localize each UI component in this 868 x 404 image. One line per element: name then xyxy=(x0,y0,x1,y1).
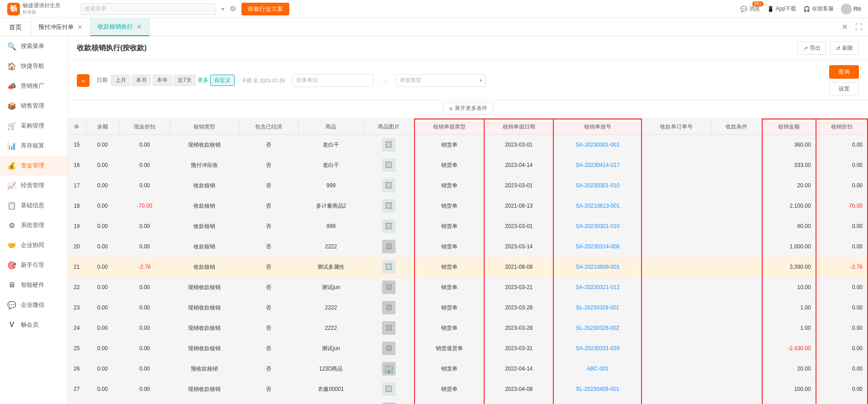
sidebar-item-member[interactable]: V 畅会员 xyxy=(0,315,67,335)
last-7-days-btn[interactable]: 近7天 xyxy=(174,75,196,86)
custom-date-btn[interactable]: 自定义 xyxy=(210,75,235,86)
sidebar-item-operation[interactable]: 📈 经营管理 xyxy=(0,176,67,195)
row-id: 23 xyxy=(68,298,86,318)
row-bill-no[interactable]: SA-20230414-017 xyxy=(553,155,642,176)
row-product: 2222 xyxy=(298,298,363,318)
home-icon: 🏠 xyxy=(7,62,16,71)
message-button[interactable]: 💬 消息 99+ xyxy=(741,5,760,13)
col-bill-date: 核销单据日期 xyxy=(484,119,554,135)
online-service-button[interactable]: 🎧 在线客服 xyxy=(803,5,834,13)
row-bill-no[interactable]: SL-20230328-002 xyxy=(553,318,642,338)
close-tab-button[interactable]: ✕ xyxy=(839,22,850,33)
table-row: 18 0.00 -70.00 收款核销 否 多计量商品2 🖼 销货单 2021-… xyxy=(68,196,868,216)
bill-type-select[interactable]: 单据类型 ▾ xyxy=(396,74,486,87)
settings-icon[interactable]: ⚙ xyxy=(230,5,236,13)
row-bill-no[interactable]: SA-20210808-001 xyxy=(553,257,642,277)
user-area[interactable]: Rit xyxy=(841,4,861,14)
member-icon: V xyxy=(7,320,16,329)
filter-date-group: 日期 上月 本月 本年 近7天 更多 自定义 xyxy=(97,75,235,86)
headset-icon: 🎧 xyxy=(803,6,810,12)
refresh-button[interactable]: ↺ 刷新 xyxy=(830,42,859,55)
sidebar-item-system[interactable]: ⚙ 系统管理 xyxy=(0,215,67,235)
sidebar-item-hardware[interactable]: 🖥 智能硬件 xyxy=(0,275,67,295)
row-verify-amount: 10.00 xyxy=(762,277,816,298)
row-receipt-order-no xyxy=(642,318,711,338)
table-row: 20 0.00 0.00 收款核销 否 2222 🖼 销货单 2023-03-1… xyxy=(68,237,868,257)
row-receipt-order-no xyxy=(642,196,711,216)
search-bar-top: 搜索菜单 xyxy=(80,3,216,15)
col-cash-discount: 现金折扣 xyxy=(119,119,170,135)
maximize-button[interactable]: ⛶ xyxy=(854,22,864,33)
more-date-btn[interactable]: 更多 xyxy=(198,76,208,84)
export-button[interactable]: ↗ 导出 xyxy=(797,42,826,55)
row-bill-no[interactable]: SA-20230301-010 xyxy=(553,216,642,237)
sidebar-item-finance[interactable]: 💰 资金管理 xyxy=(0,156,67,176)
expand-more-button[interactable]: ∨ 展开更多条件 xyxy=(443,102,493,114)
sidebar-item-sales[interactable]: 📦 销售管理 xyxy=(0,96,67,116)
row-bill-no[interactable]: SA-20230314-008 xyxy=(553,237,642,257)
row-receipt-condition xyxy=(711,318,762,338)
partner-filter[interactable]: 往来单位 xyxy=(292,74,373,87)
row-includes-settled: 否 xyxy=(239,196,298,216)
row-bill-type: 销货单 xyxy=(415,399,484,404)
sidebar-item-guide[interactable]: 🎯 新手引导 xyxy=(0,255,67,275)
row-bill-type: 销货单 xyxy=(415,216,484,237)
row-bill-date: 2023-04-14 xyxy=(484,155,554,176)
filter-expand-button[interactable]: » xyxy=(77,74,90,87)
row-balance: 0.00 xyxy=(86,135,119,155)
col-balance: 余额 xyxy=(86,119,119,135)
sidebar-item-enterprise[interactable]: 🤝 企业协同 xyxy=(0,235,67,255)
sidebar-item-wechat[interactable]: 💬 企业微信 xyxy=(0,295,67,315)
row-bill-no[interactable]: SA-20230321-012 xyxy=(553,277,642,298)
row-bill-no[interactable]: SA-20210813-001 xyxy=(553,196,642,216)
row-bill-no[interactable]: SA-20230331-026 xyxy=(553,338,642,359)
app-download-button[interactable]: 📱 App下载 xyxy=(767,5,796,13)
header-actions: ↗ 导出 ↺ 刷新 xyxy=(797,42,859,55)
sidebar-item-search[interactable]: 🔍 搜索菜单 xyxy=(0,36,67,56)
tab-close-prepay[interactable]: ✕ xyxy=(77,18,83,36)
row-bill-no[interactable]: SA-20230301-001 xyxy=(553,135,642,155)
sales-icon: 📦 xyxy=(7,101,16,110)
filter-dots: ... xyxy=(381,77,388,84)
row-cash-discount: 0.00 xyxy=(119,216,170,237)
row-includes-settled: 否 xyxy=(239,298,298,318)
row-id: 18 xyxy=(68,196,86,216)
row-bill-no[interactable]: SL-20230418-001 xyxy=(553,399,642,404)
row-bill-no[interactable]: SL-20230328-001 xyxy=(553,298,642,318)
product-image: 🖼 xyxy=(382,301,396,314)
column-settings-button[interactable]: 设置 xyxy=(829,82,859,95)
sidebar-item-base-info[interactable]: 📋 基础信息 xyxy=(0,195,67,215)
sidebar-item-inventory[interactable]: 📊 库存核算 xyxy=(0,136,67,156)
industry-solution-button[interactable]: 体验行业方案 xyxy=(241,3,289,15)
this-year-btn[interactable]: 本年 xyxy=(153,75,172,86)
row-balance: 0.00 xyxy=(86,379,119,399)
row-product-img: 🏢 xyxy=(363,359,415,379)
row-bill-no[interactable]: SL-20230408-001 xyxy=(553,379,642,399)
tab-close-verify[interactable]: ✕ xyxy=(137,18,142,36)
sidebar-item-marketing[interactable]: 📣 营销推广 xyxy=(0,76,67,96)
col-gear[interactable]: ⚙ xyxy=(68,119,86,135)
avatar xyxy=(841,4,852,14)
row-balance: 0.00 xyxy=(86,318,119,338)
row-product-img: 🖼 xyxy=(363,338,415,359)
row-verify-discount: 0.00 xyxy=(816,135,868,155)
tab-home[interactable]: 首页 xyxy=(0,18,31,36)
row-balance: 0.00 xyxy=(86,196,119,216)
row-bill-type: 销货单 xyxy=(415,155,484,176)
row-product: 2222 xyxy=(298,237,363,257)
row-bill-no[interactable]: SA-20230301-010 xyxy=(553,176,642,196)
row-cash-discount: 0.00 xyxy=(119,399,170,404)
sidebar-item-purchase[interactable]: 🛒 采购管理 xyxy=(0,116,67,136)
row-verify-type: 预收款核销 xyxy=(170,359,239,379)
sidebar-item-quick-nav[interactable]: 🏠 快捷导航 xyxy=(0,56,67,76)
row-id: 21 xyxy=(68,257,86,277)
row-bill-type: 销货退货单 xyxy=(415,338,484,359)
row-id: 26 xyxy=(68,359,86,379)
query-button[interactable]: 查询 xyxy=(829,65,859,79)
row-bill-no[interactable]: ABC-001 xyxy=(553,359,642,379)
tab-prepay[interactable]: 预付冲应付单 ✕ xyxy=(31,18,90,36)
this-month-btn[interactable]: 本月 xyxy=(132,75,151,86)
message-icon: 💬 xyxy=(741,6,747,12)
last-month-btn[interactable]: 上月 xyxy=(111,75,130,86)
tab-verify[interactable]: 收款核销执行 ✕ xyxy=(90,18,150,36)
